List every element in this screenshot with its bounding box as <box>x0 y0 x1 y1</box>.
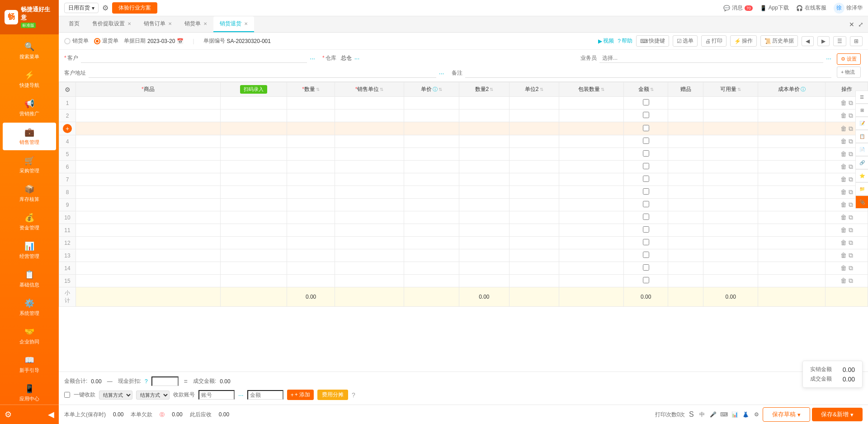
delete-icon[interactable]: 🗑 <box>840 226 847 233</box>
cell-product-10[interactable] <box>76 211 221 224</box>
status-icon-3[interactable]: 🎤 <box>708 410 717 419</box>
delete-icon[interactable]: 🗑 <box>840 264 847 272</box>
add-payment-button[interactable]: + + 添加 <box>287 390 314 400</box>
cell-product-3[interactable] <box>76 122 221 135</box>
delete-icon[interactable]: 🗑 <box>840 150 847 157</box>
discount-input[interactable] <box>151 376 179 386</box>
tab-price-setting[interactable]: 售价提取设置 ✕ <box>86 16 137 32</box>
single-debit-info[interactable]: ⓪ <box>160 411 165 418</box>
sidebar-item-purchase[interactable]: 🛒 采购管理 <box>3 151 56 179</box>
close-tab-icon[interactable]: ✕ <box>848 20 855 29</box>
right-panel-item-3[interactable]: 📝 <box>855 117 868 130</box>
gift-checkbox-5[interactable] <box>643 150 649 157</box>
gift-checkbox-11[interactable] <box>643 226 649 233</box>
copy-icon[interactable]: ⧉ <box>849 277 853 284</box>
right-panel-item-1[interactable]: ☰ <box>855 91 868 104</box>
save-new-button[interactable]: 保存&新增 ▾ <box>812 408 863 421</box>
close-icon[interactable]: ✕ <box>127 21 131 26</box>
sidebar-item-basic[interactable]: 📋 基础信息 <box>3 265 56 293</box>
status-icon-7[interactable]: ⚙ <box>752 410 761 419</box>
settings-action-btn[interactable]: ⚙ 设置 <box>837 53 861 65</box>
view-list-btn[interactable]: ☰ <box>833 36 846 46</box>
collapse-icon[interactable]: ◀ <box>48 410 54 419</box>
staff-more-icon[interactable]: ··· <box>826 55 831 62</box>
th-gear[interactable]: ⚙ <box>59 82 76 97</box>
sidebar-item-appstore[interactable]: 📱 应用中心 <box>3 379 56 405</box>
right-panel-item-4[interactable]: 📋 <box>855 130 868 143</box>
copy-icon[interactable]: ⧉ <box>849 214 853 221</box>
app-download-item[interactable]: 📱 App下载 <box>760 4 789 12</box>
gift-checkbox-14[interactable] <box>643 264 649 271</box>
one-click-checkbox[interactable] <box>64 392 70 398</box>
copy-icon[interactable]: ⧉ <box>849 99 853 106</box>
online-service-item[interactable]: 🎧 在线客服 <box>796 4 826 12</box>
save-draft-button[interactable]: 保存草稿 ▾ <box>763 407 810 422</box>
prev-btn[interactable]: ◀ <box>802 36 814 46</box>
status-icon-6[interactable]: 👗 <box>741 410 750 419</box>
delete-icon[interactable]: 🗑 <box>840 214 847 221</box>
delete-icon[interactable]: 🗑 <box>840 112 847 119</box>
status-icon-5[interactable]: 📊 <box>730 410 739 419</box>
status-icon-1[interactable]: S <box>687 410 696 419</box>
status-icon-2[interactable]: 中 <box>698 410 707 419</box>
right-panel-item-8[interactable]: 📁 <box>855 182 868 195</box>
close-icon[interactable]: ✕ <box>168 21 172 26</box>
status-icon-4[interactable]: ⌨ <box>719 410 728 419</box>
cell-product-14[interactable] <box>76 262 221 275</box>
cell-product-15[interactable] <box>76 275 221 287</box>
logistics-action-btn[interactable]: + 物流 <box>837 67 861 78</box>
close-icon[interactable]: ✕ <box>203 21 207 26</box>
copy-icon[interactable]: ⧉ <box>849 138 853 145</box>
notification-item[interactable]: 💬 消息 70 <box>723 4 753 12</box>
copy-icon[interactable]: ⧉ <box>849 252 853 259</box>
add-row-button[interactable]: + <box>63 124 72 133</box>
copy-icon[interactable]: ⧉ <box>849 201 853 208</box>
cell-product-8[interactable] <box>76 186 221 199</box>
discount-info-icon[interactable]: ? <box>145 378 148 385</box>
module-selector[interactable]: 日用百货 ▾ <box>64 3 99 13</box>
gift-checkbox-12[interactable] <box>643 239 649 245</box>
history-btn[interactable]: 📜 历史单据 <box>760 35 798 47</box>
cell-product-5[interactable] <box>76 148 221 161</box>
delete-icon[interactable]: 🗑 <box>840 138 847 145</box>
right-panel-item-6[interactable]: 🔗 <box>855 156 868 169</box>
scan-button[interactable]: 扫码录入 <box>240 85 267 94</box>
gift-checkbox-7[interactable] <box>643 176 649 182</box>
shortcut-btn[interactable]: ⌨ 快捷键 <box>636 35 669 47</box>
copy-icon[interactable]: ⧉ <box>849 163 853 170</box>
right-panel-item-9[interactable]: 📎 <box>855 195 868 209</box>
help-btn[interactable]: ? 帮助 <box>618 37 632 45</box>
gift-checkbox-4[interactable] <box>643 138 649 144</box>
customer-input[interactable] <box>81 53 307 63</box>
tab-sales-return[interactable]: 销货退货 ✕ <box>213 16 254 32</box>
tab-sales-order[interactable]: 销售订单 ✕ <box>137 16 178 32</box>
copy-icon[interactable]: ⧉ <box>849 112 853 119</box>
cell-product-2[interactable] <box>76 110 221 122</box>
cell-product-6[interactable] <box>76 161 221 173</box>
copy-icon[interactable]: ⧉ <box>849 150 853 157</box>
warehouse-more-icon[interactable]: ··· <box>354 55 360 62</box>
cell-product-11[interactable] <box>76 224 221 237</box>
sidebar-item-marketing[interactable]: 📢 营销推广 <box>3 94 56 122</box>
operation-btn[interactable]: ⚡ 操作 <box>730 35 757 47</box>
copy-icon[interactable]: ⧉ <box>849 125 853 132</box>
calendar-icon[interactable]: 📅 <box>177 38 184 44</box>
gift-checkbox-6[interactable] <box>643 163 649 169</box>
cost-split-button[interactable]: 费用分摊 <box>317 390 348 400</box>
radio-sale[interactable]: 销货单 <box>64 37 89 45</box>
sidebar-item-business[interactable]: 📊 经营管理 <box>3 237 56 264</box>
copy-icon[interactable]: ⧉ <box>849 226 853 233</box>
right-panel-item-2[interactable]: ⊞ <box>855 104 868 117</box>
next-btn[interactable]: ▶ <box>817 36 830 46</box>
footer-help-icon[interactable]: ? <box>352 391 355 399</box>
delete-icon[interactable]: 🗑 <box>840 277 847 284</box>
view-grid-btn[interactable]: ⊞ <box>850 36 863 46</box>
print-btn[interactable]: 🖨 打印 <box>701 35 726 47</box>
trial-button[interactable]: 体验行业方案 <box>112 2 157 14</box>
select-btn[interactable]: ☑ 选单 <box>673 35 698 47</box>
gift-checkbox-3[interactable] <box>643 125 649 131</box>
sidebar-item-enterprise[interactable]: 🤝 企业协同 <box>3 322 56 350</box>
sidebar-item-guide[interactable]: 📖 新手引导 <box>3 351 56 378</box>
customer-more-icon[interactable]: ··· <box>310 55 315 62</box>
right-panel-item-5[interactable]: 📄 <box>855 143 868 156</box>
